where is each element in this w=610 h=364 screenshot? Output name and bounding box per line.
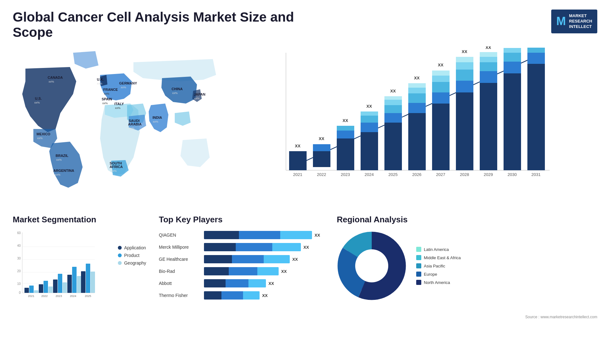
svg-text:xx%: xx% <box>121 86 126 89</box>
svg-rect-98 <box>527 48 545 53</box>
svg-text:xx%: xx% <box>34 101 40 104</box>
svg-rect-131 <box>91 272 95 293</box>
player-row-biorad: Bio-Rad XX <box>159 267 324 275</box>
svg-text:xx%: xx% <box>55 173 60 176</box>
source-text: Source : www.marketresearchintellect.com <box>0 315 610 319</box>
svg-text:2031: 2031 <box>532 172 541 177</box>
svg-text:CANADA: CANADA <box>48 76 63 79</box>
svg-text:JAPAN: JAPAN <box>194 92 206 96</box>
svg-rect-50 <box>361 123 378 132</box>
svg-rect-51 <box>361 116 378 123</box>
svg-text:XX: XX <box>342 118 348 123</box>
svg-text:xx%: xx% <box>172 91 178 95</box>
segmentation-title: Market Segmentation <box>13 215 146 225</box>
svg-rect-78 <box>456 70 473 81</box>
donut-chart-svg <box>337 231 407 301</box>
svg-rect-84 <box>480 71 497 83</box>
player-name-merck: Merck Millipore <box>159 245 200 250</box>
svg-text:ARABIA: ARABIA <box>128 122 142 126</box>
logo-letter: M <box>556 15 566 28</box>
svg-text:xx%: xx% <box>102 102 108 105</box>
svg-text:2021: 2021 <box>293 172 302 177</box>
legend-color-latin-america <box>416 247 421 252</box>
svg-text:BRAZIL: BRAZIL <box>56 154 69 158</box>
legend-north-america: North America <box>416 280 461 285</box>
svg-text:30: 30 <box>17 257 21 260</box>
player-bar-abbott <box>204 279 266 287</box>
svg-text:2025: 2025 <box>85 294 91 298</box>
player-row-merck: Merck Millipore XX <box>159 243 324 251</box>
svg-text:2030: 2030 <box>508 172 517 177</box>
svg-rect-73 <box>432 71 450 76</box>
svg-rect-45 <box>337 131 354 138</box>
world-map-section: CANADA xx% U.S. xx% MEXICO xx% BRAZIL xx… <box>6 43 222 208</box>
svg-rect-36 <box>289 151 307 170</box>
player-bar-thermo <box>204 291 260 300</box>
svg-rect-114 <box>29 286 34 293</box>
svg-rect-57 <box>384 105 402 113</box>
player-row-qiagen: QIAGEN XX <box>159 231 324 239</box>
svg-text:0: 0 <box>19 291 21 294</box>
svg-rect-93 <box>504 48 521 53</box>
svg-rect-52 <box>361 111 378 116</box>
svg-rect-92 <box>504 53 521 62</box>
legend-dot-geography <box>118 261 122 265</box>
donut-container: Latin America Middle East & Africa Asia … <box>337 231 597 301</box>
svg-text:ITALY: ITALY <box>114 102 124 106</box>
svg-rect-58 <box>384 100 402 105</box>
svg-rect-40 <box>313 151 330 167</box>
player-name-qiagen: QIAGEN <box>159 233 200 238</box>
svg-text:XX: XX <box>295 144 301 148</box>
svg-rect-90 <box>504 73 521 170</box>
svg-text:2023: 2023 <box>341 172 350 177</box>
svg-rect-79 <box>456 62 473 70</box>
page-header: Global Cancer Cell Analysis Market Size … <box>0 0 610 43</box>
world-map-svg: CANADA xx% U.S. xx% MEXICO xx% BRAZIL xx… <box>6 43 222 196</box>
svg-rect-87 <box>480 52 497 57</box>
svg-text:2022: 2022 <box>41 294 48 298</box>
segmentation-chart: 60 40 30 20 10 0 2021 <box>13 231 95 304</box>
svg-rect-69 <box>432 104 450 170</box>
legend-asia-pacific: Asia Pacific <box>416 263 461 268</box>
segmentation-section: Market Segmentation 60 40 30 20 10 0 <box>13 215 146 305</box>
svg-rect-125 <box>67 275 72 293</box>
player-val-ge: XX <box>292 257 298 262</box>
svg-rect-59 <box>384 96 402 100</box>
svg-text:2026: 2026 <box>412 172 422 177</box>
svg-text:2029: 2029 <box>484 172 493 177</box>
svg-rect-130 <box>86 264 90 293</box>
regional-title: Regional Analysis <box>337 215 597 225</box>
svg-text:2024: 2024 <box>70 294 76 298</box>
svg-text:XX: XX <box>366 104 372 109</box>
svg-text:2024: 2024 <box>365 172 374 177</box>
svg-text:xx%: xx% <box>37 137 43 140</box>
svg-rect-44 <box>337 138 354 170</box>
svg-text:xx%: xx% <box>111 169 117 172</box>
logo-area: M MARKET RESEARCH INTELLECT <box>551 10 597 33</box>
logo-text: MARKET RESEARCH INTELLECT <box>569 13 592 30</box>
legend-color-europe <box>416 272 421 277</box>
svg-text:FRANCE: FRANCE <box>103 88 118 91</box>
svg-text:40: 40 <box>17 244 21 247</box>
player-name-ge: GE Healthcare <box>159 257 200 262</box>
svg-rect-129 <box>81 271 85 293</box>
player-val-merck: XX <box>303 245 309 250</box>
legend-middle-east: Middle East & Africa <box>416 255 461 260</box>
svg-rect-64 <box>408 93 426 103</box>
svg-text:U.S.: U.S. <box>35 97 42 100</box>
svg-text:xx%: xx% <box>104 92 109 95</box>
svg-text:SPAIN: SPAIN <box>102 97 112 101</box>
player-val-thermo: XX <box>262 293 268 298</box>
legend-color-asia-pacific <box>416 263 421 268</box>
player-row-ge: GE Healthcare XX <box>159 255 324 263</box>
svg-text:20: 20 <box>17 269 21 273</box>
player-name-abbott: Abbott <box>159 281 200 286</box>
svg-rect-96 <box>527 64 545 170</box>
svg-text:xx%: xx% <box>194 97 200 100</box>
market-size-bar-chart: XX 2021 XX 2022 XX 2023 XX <box>229 46 597 186</box>
legend-application: Application <box>118 245 146 250</box>
svg-text:XX: XX <box>414 76 420 80</box>
legend-dot-product <box>118 253 122 257</box>
svg-rect-121 <box>53 280 58 293</box>
svg-text:CHINA: CHINA <box>172 87 183 91</box>
